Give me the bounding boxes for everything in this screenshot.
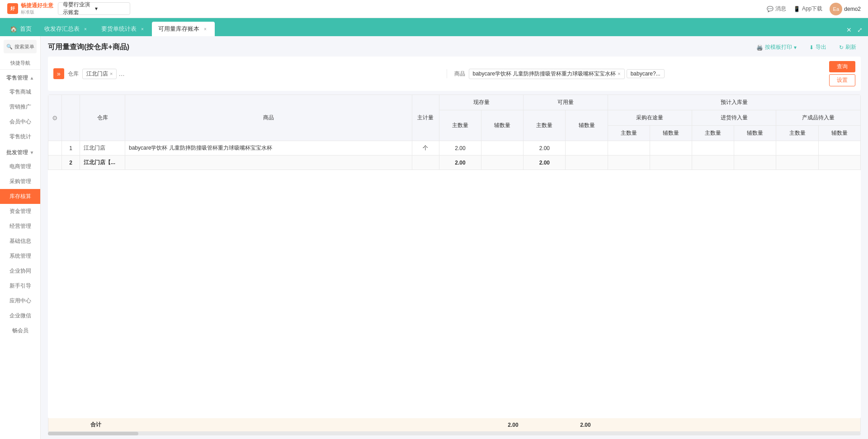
close-window-button[interactable]: ✕ <box>844 25 854 34</box>
cell-available-aux-2 <box>566 156 608 170</box>
sidebar-item-enterprise-label: 企业协同 <box>9 268 31 274</box>
th-purchase-aux: 辅数量 <box>650 126 692 141</box>
filter-toggle-button[interactable]: » <box>53 68 64 79</box>
cell-production-main <box>776 141 818 156</box>
warehouse-tag-value: 江北门店 <box>86 70 108 78</box>
th-purchase-main: 主数量 <box>608 126 650 141</box>
table-row: 2 江北门店【... 2.00 2.00 <box>48 156 861 170</box>
horizontal-scrollbar[interactable] <box>48 432 861 435</box>
query-button[interactable]: 查询 <box>829 61 855 72</box>
warehouse-filter-label: 仓库 <box>68 70 79 78</box>
th-production-aux: 辅数量 <box>818 126 860 141</box>
filter-settings-button[interactable]: 设置 <box>829 74 855 86</box>
sidebar-item-guide[interactable]: 新手引导 <box>0 279 40 293</box>
cell-unit-2 <box>412 156 439 170</box>
print-button[interactable]: 🖨️ 按模板打印 ▾ <box>752 42 801 53</box>
sidebar-item-ecommerce[interactable]: 电商管理 <box>0 159 40 174</box>
sidebar-item-appcenter[interactable]: 应用中心 <box>0 293 40 308</box>
cell-available-main-2: 2.00 <box>524 156 566 170</box>
message-button[interactable]: 💬 消息 <box>767 5 786 13</box>
tab-available-close[interactable]: × <box>202 26 208 32</box>
refresh-label: 刷新 <box>845 43 856 51</box>
sidebar-retail-title[interactable]: 零售管理 ▲ <box>0 71 40 85</box>
sidebar-item-enterprise[interactable]: 企业协同 <box>0 264 40 279</box>
filter-bar: » 仓库 江北门店 × ... 商品 babycare学饮杯 儿童防摔防撞吸管杯… <box>48 57 861 91</box>
sidebar-item-system-label: 系统管理 <box>9 253 31 259</box>
sidebar-item-retail-mall[interactable]: 零售商城 <box>0 85 40 99</box>
warehouse-more-button[interactable]: ... <box>118 70 124 78</box>
th-incoming-group: 进货待入量 <box>692 110 776 126</box>
sidebar-item-inventory[interactable]: 库存核算 <box>0 189 40 204</box>
sidebar-item-marketing[interactable]: 营销推广 <box>0 99 40 114</box>
footer-total-label: 合计 <box>90 421 101 428</box>
sidebar-wholesale-title[interactable]: 批发管理 ▼ <box>0 146 40 159</box>
cell-incoming-main <box>692 141 734 156</box>
message-icon: 💬 <box>767 6 774 12</box>
product-tag-1-value: babycare学饮杯 儿童防摔防撞吸管杯重力球吸嘴杯宝宝水杯 <box>473 70 616 78</box>
sidebar-item-system[interactable]: 系统管理 <box>0 249 40 264</box>
th-unit: 主计量 <box>412 95 439 141</box>
sidebar-item-member[interactable]: 畅会员 <box>0 323 40 338</box>
search-menu-button[interactable]: 🔍 搜索菜单 <box>4 40 37 53</box>
product-tags: babycare学饮杯 儿童防摔防撞吸管杯重力球吸嘴杯宝宝水杯 × babyca… <box>469 69 826 79</box>
filter-divider <box>447 69 447 78</box>
logo-area: 好 畅捷通好生意 标准版 <box>7 2 53 15</box>
sidebar-item-purchase[interactable]: 采购管理 <box>0 174 40 189</box>
product-tag-2-value: babycare?... <box>631 71 660 77</box>
sidebar-item-basic-label: 基础信息 <box>9 238 31 244</box>
cell-stock-main: 2.00 <box>439 141 481 156</box>
print-label: 按模板打印 <box>765 43 792 51</box>
footer-stock-main: 2.00 <box>495 422 531 428</box>
logo-text-block: 畅捷通好生意 标准版 <box>21 2 53 15</box>
refresh-button[interactable]: ↻ 刷新 <box>835 42 861 53</box>
quick-nav-button[interactable]: 快捷导航 <box>0 57 40 70</box>
app-icon: 📱 <box>793 6 800 12</box>
product-tag-1: babycare学饮杯 儿童防摔防撞吸管杯重力球吸嘴杯宝宝水杯 × <box>469 69 625 79</box>
th-available-group: 可用量 <box>524 95 608 110</box>
scrollbar-thumb[interactable] <box>48 432 138 435</box>
sidebar-item-member-label: 畅会员 <box>12 327 28 334</box>
th-available-main: 主数量 <box>524 110 566 141</box>
tab-receivable-close[interactable]: × <box>82 26 89 32</box>
settings-icon[interactable]: ⚙ <box>52 114 58 122</box>
th-production-main: 主数量 <box>776 126 818 141</box>
tab-order-close[interactable]: × <box>139 26 146 32</box>
cell-stock-main-2: 2.00 <box>439 156 481 170</box>
sidebar-item-finance[interactable]: 资金管理 <box>0 204 40 219</box>
product-tag-1-remove[interactable]: × <box>618 71 620 76</box>
th-stock-aux: 辅数量 <box>481 110 524 141</box>
sidebar-item-retail-stats[interactable]: 零售统计 <box>0 129 40 144</box>
tab-order[interactable]: 要货单统计表 × <box>95 22 152 36</box>
sidebar-item-basic[interactable]: 基础信息 <box>0 234 40 249</box>
export-button[interactable]: ⬇ 导出 <box>805 42 831 53</box>
sidebar-item-ecommerce-label: 电商管理 <box>9 163 31 170</box>
th-incoming-aux: 辅数量 <box>734 126 776 141</box>
cell-purchase-aux-2 <box>650 156 692 170</box>
sidebar-item-appcenter-label: 应用中心 <box>9 297 31 304</box>
table-header-top: ⚙ 仓库 商品 主计量 现存量 可用量 预计入库量 <box>48 95 861 110</box>
tab-available[interactable]: 可用量库存账本 × <box>152 22 215 36</box>
product-tag-2: babycare?... <box>627 69 665 78</box>
export-icon: ⬇ <box>809 44 814 51</box>
app-download-button[interactable]: 📱 App下载 <box>793 5 822 13</box>
th-warehouse: 仓库 <box>80 95 125 141</box>
sidebar-wholesale-label: 批发管理 <box>6 149 28 156</box>
sidebar-item-wechat[interactable]: 企业微信 <box>0 308 40 323</box>
cell-warehouse-2: 江北门店【... <box>80 156 125 170</box>
sidebar-item-wechat-label: 企业微信 <box>9 312 31 319</box>
tab-order-label: 要货单统计表 <box>101 25 137 33</box>
quick-nav-label: 快捷导航 <box>10 60 30 66</box>
sidebar-item-operation[interactable]: 经营管理 <box>0 219 40 234</box>
tab-home[interactable]: 🏠 首页 <box>4 22 38 36</box>
sidebar-section-retail: 零售管理 ▲ 零售商城 营销推广 会员中心 零售统计 <box>0 70 40 146</box>
refresh-icon: ↻ <box>839 44 844 51</box>
user-area[interactable]: Ea demo2 <box>830 3 861 15</box>
expand-window-button[interactable]: ⤢ <box>855 25 864 34</box>
industry-selector[interactable]: 母婴行业演示账套 ▾ <box>58 2 130 15</box>
sidebar-item-members[interactable]: 会员中心 <box>0 114 40 129</box>
cell-settings <box>48 141 62 156</box>
filter-action-buttons: 查询 设置 <box>829 61 855 86</box>
cell-no: 1 <box>62 141 80 156</box>
tab-receivable[interactable]: 收发存汇总表 × <box>38 22 95 36</box>
warehouse-tag-remove[interactable]: × <box>110 71 113 76</box>
